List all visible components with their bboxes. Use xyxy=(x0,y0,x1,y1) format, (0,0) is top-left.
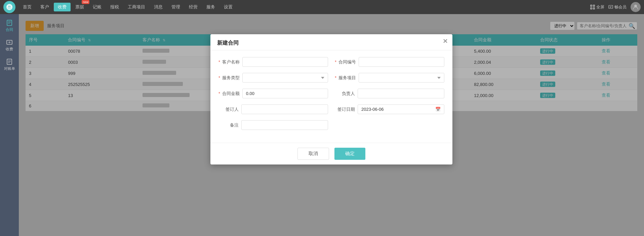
form-group-sign-date: 签订日期 2023-06-06 📅 xyxy=(335,104,444,114)
sidebar-statement-label: 对账单 xyxy=(4,66,15,71)
cancel-button[interactable]: 取消 xyxy=(297,148,329,160)
modal-close-button[interactable]: ✕ xyxy=(443,38,448,44)
nav-fee[interactable]: 收费 xyxy=(54,3,71,11)
member-button[interactable]: 畅会员 xyxy=(608,4,627,10)
form-group-service-item: * 服务项目 xyxy=(335,73,444,83)
contract-amount-input[interactable] xyxy=(242,89,328,98)
nav-customer[interactable]: 客户 xyxy=(36,3,53,11)
sidebar-contract-label: 合同 xyxy=(6,27,13,32)
required-star-3: * xyxy=(218,75,220,80)
service-item-select[interactable] xyxy=(359,73,444,83)
nav-home[interactable]: 首页 xyxy=(19,3,36,11)
nav-items: 首页 客户 收费 票据 new 记账 报税 工商项目 消息 管理 经营 服务 设… xyxy=(19,3,590,11)
confirm-button[interactable]: 确定 xyxy=(334,148,365,160)
form-row-1: * 客户名称 * 合同编号 xyxy=(218,57,444,67)
remarks-label: 备注 xyxy=(218,122,239,128)
contract-no-input[interactable] xyxy=(359,57,444,67)
contract-amount-label: * 合同金额 xyxy=(218,91,240,97)
form-group-contract-amount: * 合同金额 xyxy=(218,89,328,98)
required-star-4: * xyxy=(335,75,336,80)
form-group-signer: 签订人 xyxy=(218,104,328,114)
sign-date-label: 签订日期 xyxy=(335,106,355,112)
fullscreen-button[interactable]: 全屏 xyxy=(590,4,604,10)
nav-tax[interactable]: 报税 xyxy=(106,3,123,11)
modal-overlay: 新建合同 ✕ * 客户名称 xyxy=(19,14,644,236)
required-star-2: * xyxy=(335,59,336,64)
contract-icon xyxy=(6,19,13,26)
required-star-5: * xyxy=(218,91,220,96)
sign-date-value: 2023-06-06 xyxy=(361,107,384,112)
sidebar-item-contract[interactable]: 合同 xyxy=(1,17,18,35)
form-group-service-type: * 服务类型 xyxy=(218,73,328,83)
top-navigation: 首页 客户 收费 票据 new 记账 报税 工商项目 消息 管理 经营 服务 设… xyxy=(0,0,644,14)
service-type-select[interactable] xyxy=(242,73,328,83)
content-area: 新增 服务项目 进行中 已完成 已取消 🔍 序号 合同编号 ⇅ xyxy=(19,14,644,236)
new-contract-modal: 新建合同 ✕ * 客户名称 xyxy=(210,34,452,164)
form-group-responsible: 负责人 xyxy=(335,89,444,98)
remarks-input[interactable] xyxy=(241,120,328,130)
contract-no-label: * 合同编号 xyxy=(335,59,356,65)
sign-date-input[interactable]: 2023-06-06 📅 xyxy=(358,104,444,114)
statement-icon xyxy=(6,58,13,65)
sidebar-item-statement[interactable]: 对账单 xyxy=(1,56,18,74)
required-star-1: * xyxy=(218,59,220,64)
form-row-3: * 合同金额 负责人 xyxy=(218,89,444,98)
service-item-label: * 服务项目 xyxy=(335,75,356,81)
responsible-label: 负责人 xyxy=(335,91,355,97)
svg-rect-6 xyxy=(7,20,12,26)
modal-header: 新建合同 ✕ xyxy=(210,34,452,50)
svg-rect-3 xyxy=(593,8,595,9)
nav-bookkeeping[interactable]: 记账 xyxy=(89,3,106,11)
modal-title: 新建合同 xyxy=(217,40,239,46)
calendar-icon[interactable]: 📅 xyxy=(435,107,441,112)
svg-rect-2 xyxy=(591,8,592,9)
signer-input[interactable] xyxy=(241,104,328,114)
signer-label: 签订人 xyxy=(218,106,239,112)
form-row-5: 备注 xyxy=(218,120,444,130)
nav-settings[interactable]: 设置 xyxy=(220,3,237,11)
nav-business[interactable]: 工商项目 xyxy=(124,3,149,11)
new-badge: new xyxy=(82,0,89,4)
svg-rect-0 xyxy=(591,5,592,6)
modal-footer: 取消 确定 xyxy=(210,143,452,164)
nav-manage[interactable]: 管理 xyxy=(167,3,184,11)
fullscreen-label: 全屏 xyxy=(596,4,604,10)
form-group-contract-no: * 合同编号 xyxy=(335,57,444,67)
form-group-customer-name: * 客户名称 xyxy=(218,57,328,67)
form-row-2: * 服务类型 * 服务项目 xyxy=(218,73,444,83)
nav-message[interactable]: 消息 xyxy=(150,3,167,11)
member-label: 畅会员 xyxy=(614,4,627,10)
top-nav-right: 全屏 畅会员 xyxy=(590,2,641,12)
nav-invoice[interactable]: 票据 new xyxy=(71,3,88,11)
nav-operation[interactable]: 经营 xyxy=(185,3,202,11)
sidebar-fee-label: 收费 xyxy=(6,47,13,52)
user-avatar[interactable] xyxy=(631,2,641,12)
nav-service[interactable]: 服务 xyxy=(202,3,219,11)
app-logo[interactable] xyxy=(3,1,15,13)
modal-body: * 客户名称 * 合同编号 xyxy=(210,50,452,143)
sidebar-item-fee[interactable]: 收费 xyxy=(1,36,18,54)
sidebar: 合同 收费 对账单 xyxy=(0,14,19,236)
main-layout: 合同 收费 对账单 新增 服务项目 进行中 已完成 已取消 xyxy=(0,14,644,236)
customer-name-label: * 客户名称 xyxy=(218,59,240,65)
form-row-4: 签订人 签订日期 2023-06-06 📅 xyxy=(218,104,444,114)
svg-rect-1 xyxy=(593,5,595,6)
fee-icon xyxy=(6,39,13,46)
customer-name-input[interactable] xyxy=(242,57,328,67)
form-group-remarks: 备注 xyxy=(218,120,328,130)
service-type-label: * 服务类型 xyxy=(218,75,240,81)
responsible-input[interactable] xyxy=(358,89,444,98)
